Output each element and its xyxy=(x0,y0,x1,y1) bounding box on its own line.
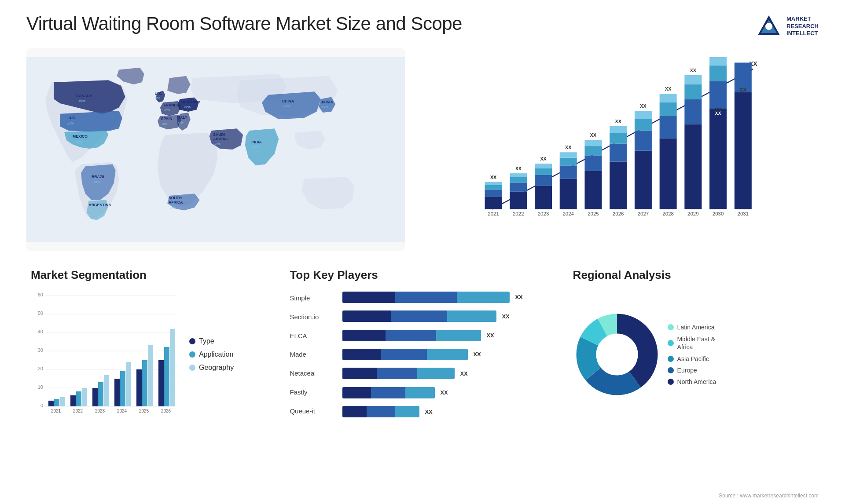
svg-text:xx%: xx% xyxy=(284,104,290,108)
legend-type: Type xyxy=(189,337,234,345)
svg-rect-130 xyxy=(114,379,120,406)
svg-text:AFRICA: AFRICA xyxy=(169,200,183,205)
legend-app-label: Application xyxy=(199,351,233,358)
player-bar-bg-4 xyxy=(342,368,455,379)
player-seg1-2 xyxy=(342,330,386,341)
svg-rect-123 xyxy=(76,391,81,406)
svg-rect-119 xyxy=(54,399,59,406)
svg-text:XX: XX xyxy=(690,68,696,73)
bottom-section: Market Segmentation 0 10 20 30 40 50 60 xyxy=(26,264,819,431)
player-seg2-4 xyxy=(377,368,417,379)
svg-rect-63 xyxy=(584,171,602,209)
svg-text:FRANCE: FRANCE xyxy=(164,103,180,107)
player-seg2-2 xyxy=(386,330,436,341)
player-label-4: XX xyxy=(460,370,467,377)
player-seg3-3 xyxy=(427,349,468,360)
svg-rect-120 xyxy=(60,397,65,406)
legend-type-label: Type xyxy=(199,337,214,345)
player-name-6: Queue-it xyxy=(290,407,334,415)
legend-latin-dot xyxy=(668,324,674,330)
svg-text:xx%: xx% xyxy=(94,180,100,184)
player-name-0: Simple xyxy=(290,294,334,302)
legend-na-label: North America xyxy=(677,378,716,385)
svg-rect-59 xyxy=(560,158,577,166)
svg-text:xx%: xx% xyxy=(93,208,99,212)
svg-rect-122 xyxy=(70,395,76,406)
page-title: Virtual Waiting Room Software Market Siz… xyxy=(26,13,462,34)
player-seg1-0 xyxy=(342,292,395,303)
svg-rect-131 xyxy=(120,371,125,406)
player-seg2-6 xyxy=(367,406,395,417)
player-bar-bg-6 xyxy=(342,406,419,417)
svg-rect-81 xyxy=(660,138,677,209)
header: Virtual Waiting Room Software Market Siz… xyxy=(26,13,819,40)
svg-text:60: 60 xyxy=(38,293,43,297)
svg-rect-65 xyxy=(584,146,602,155)
svg-rect-47 xyxy=(510,177,527,183)
svg-rect-139 xyxy=(164,347,169,406)
player-bars: XX XX xyxy=(342,289,555,420)
svg-text:U.S.: U.S. xyxy=(69,116,76,120)
svg-text:ARABIA: ARABIA xyxy=(213,137,228,141)
logo-icon xyxy=(756,13,782,40)
player-label-0: XX xyxy=(515,294,522,300)
legend-latin: Latin America xyxy=(668,324,730,331)
regional-title: Regional Analysis xyxy=(573,268,814,282)
source-text: Source : www.marketresearchintellect.com xyxy=(719,493,819,499)
svg-rect-40 xyxy=(485,190,502,197)
player-seg1-1 xyxy=(342,310,391,322)
legend-geo-dot xyxy=(189,365,195,371)
svg-text:2021: 2021 xyxy=(51,409,61,413)
player-name-1: Section.io xyxy=(290,313,334,321)
player-bar-row-3: XX xyxy=(342,349,555,360)
svg-text:2024: 2024 xyxy=(562,211,574,216)
svg-text:0: 0 xyxy=(40,403,43,408)
legend-mea-dot xyxy=(668,340,674,346)
key-players-title: Top Key Players xyxy=(290,268,555,282)
svg-text:XX: XX xyxy=(515,166,522,171)
svg-rect-48 xyxy=(510,173,527,177)
svg-text:2021: 2021 xyxy=(488,211,499,216)
bar-chart-svg: XX XX 2021 XX 2022 xyxy=(431,57,810,229)
svg-text:2026: 2026 xyxy=(613,211,624,216)
svg-text:XX: XX xyxy=(490,175,496,180)
player-seg3-5 xyxy=(405,387,435,398)
svg-text:xx%: xx% xyxy=(178,121,184,124)
svg-text:2029: 2029 xyxy=(687,211,699,216)
player-label-6: XX xyxy=(425,409,432,415)
svg-text:2022: 2022 xyxy=(73,409,83,413)
svg-rect-39 xyxy=(485,197,502,209)
segmentation-title: Market Segmentation xyxy=(31,268,272,282)
svg-rect-118 xyxy=(48,401,54,406)
player-seg2-5 xyxy=(371,387,405,398)
page-container: Virtual Waiting Room Software Market Siz… xyxy=(0,0,845,504)
svg-rect-135 xyxy=(142,360,147,406)
svg-rect-42 xyxy=(485,182,502,185)
top-section: CANADA xx% U.S. xx% MEXICO xx% BRAZIL xx… xyxy=(26,48,819,251)
svg-text:XX: XX xyxy=(665,86,671,91)
svg-rect-89 xyxy=(684,84,702,99)
player-bar-row-5: XX xyxy=(342,387,555,398)
bar-chart-container: XX XX 2021 XX 2022 xyxy=(422,48,819,251)
svg-text:10: 10 xyxy=(38,384,43,390)
svg-rect-52 xyxy=(535,175,552,186)
svg-rect-54 xyxy=(535,164,552,168)
svg-text:XX: XX xyxy=(640,103,646,109)
player-label-1: XX xyxy=(502,313,509,320)
svg-rect-70 xyxy=(610,144,627,162)
svg-text:xx%: xx% xyxy=(322,105,329,109)
svg-rect-132 xyxy=(126,362,131,406)
segmentation-container: Market Segmentation 0 10 20 30 40 50 60 xyxy=(26,264,276,431)
svg-rect-58 xyxy=(560,165,577,179)
svg-text:XX: XX xyxy=(740,87,747,92)
player-seg2-3 xyxy=(381,349,427,360)
seg-legend: Type Application Geography xyxy=(189,337,234,372)
legend-europe-dot xyxy=(668,367,674,373)
player-label-5: XX xyxy=(440,389,448,396)
svg-rect-77 xyxy=(635,119,652,131)
svg-rect-69 xyxy=(610,162,627,209)
svg-rect-66 xyxy=(584,140,602,146)
svg-text:2023: 2023 xyxy=(95,409,105,413)
svg-text:ITALY: ITALY xyxy=(177,115,187,120)
legend-type-dot xyxy=(189,338,195,344)
